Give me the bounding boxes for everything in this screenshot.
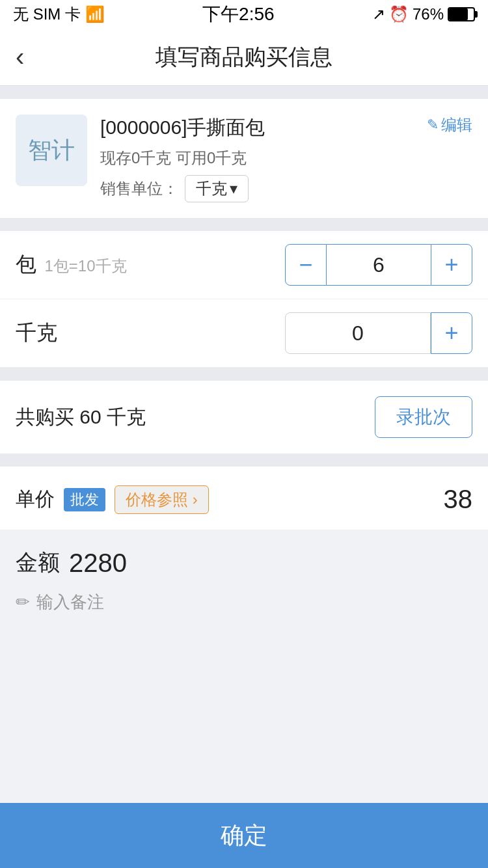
bao-plus-button[interactable]: + — [431, 244, 472, 286]
product-card: 智计 [0000006]手撕面包 现存0千克 可用0千克 销售单位： 千克 ▾ … — [0, 99, 488, 218]
page-title: 填写商品购买信息 — [156, 42, 332, 72]
price-section: 单价 批发 价格参照 › 38 — [0, 467, 488, 530]
amount-label: 金额 — [16, 548, 60, 578]
summary-text: 共购买 60 千克 — [16, 404, 146, 431]
status-bar: 无 SIM 卡 📶 下午2:56 ↗ ⏰ 76% — [0, 0, 488, 29]
edit-label: 编辑 — [441, 115, 472, 135]
chevron-down-icon: ▾ — [230, 180, 237, 198]
amount-value: 2280 — [69, 549, 127, 578]
record-batch-button[interactable]: 录批次 — [375, 396, 472, 438]
battery-icon — [448, 7, 475, 21]
product-thumbnail: 智计 — [16, 115, 87, 186]
price-row: 单价 批发 价格参照 › 38 — [16, 485, 472, 514]
product-info: [0000006]手撕面包 现存0千克 可用0千克 销售单位： 千克 ▾ — [100, 115, 472, 202]
price-ref-button[interactable]: 价格参照 › — [115, 485, 209, 514]
bao-quantity-row: 包 1包=10千克 − + — [0, 231, 488, 299]
edit-icon: ✎ — [427, 116, 439, 133]
summary-row: 共购买 60 千克 录批次 — [0, 381, 488, 454]
bao-hint: 1包=10千克 — [44, 257, 126, 275]
note-row[interactable]: ✏ 输入备注 — [16, 591, 472, 614]
kg-qty-input[interactable] — [285, 312, 431, 354]
sim-label: 无 SIM 卡 📶 — [13, 4, 105, 25]
divider-2 — [0, 218, 488, 231]
bao-minus-button[interactable]: − — [285, 244, 327, 286]
price-value: 38 — [444, 485, 473, 514]
kg-qty-control: + — [285, 312, 472, 354]
edit-button[interactable]: ✎ 编辑 — [427, 115, 472, 135]
status-left: 无 SIM 卡 📶 — [13, 4, 105, 25]
divider-1 — [0, 86, 488, 99]
back-button[interactable]: ‹ — [16, 42, 24, 72]
product-unit-row: 销售单位： 千克 ▾ — [100, 175, 472, 202]
confirm-button[interactable]: 确定 — [0, 803, 488, 868]
location-icon: ↗ — [372, 5, 385, 23]
bao-qty-control: − + — [285, 244, 472, 286]
amount-row: 金额 2280 — [16, 548, 472, 578]
price-label: 单价 — [16, 486, 55, 513]
product-stock: 现存0千克 可用0千克 — [100, 148, 472, 169]
kg-quantity-row: 千克 + — [0, 299, 488, 368]
unit-label: 销售单位： — [100, 178, 178, 199]
unit-select[interactable]: 千克 ▾ — [185, 175, 249, 202]
divider-4 — [0, 454, 488, 467]
product-name: [0000006]手撕面包 — [100, 115, 472, 141]
status-right: ↗ ⏰ 76% — [372, 5, 475, 23]
note-placeholder: 输入备注 — [36, 591, 104, 614]
nav-bar: ‹ 填写商品购买信息 — [0, 29, 488, 86]
product-logo: 智计 — [28, 135, 75, 167]
pencil-icon: ✏ — [16, 592, 30, 612]
battery-label: 76% — [413, 5, 444, 23]
status-time: 下午2:56 — [202, 2, 275, 27]
amount-section: 金额 2280 ✏ 输入备注 — [0, 530, 488, 627]
divider-3 — [0, 368, 488, 381]
kg-label: 千克 — [16, 319, 57, 347]
unit-value: 千克 — [196, 178, 227, 199]
bao-label-group: 包 1包=10千克 — [16, 251, 127, 279]
bao-qty-input[interactable] — [327, 244, 431, 286]
price-tag: 批发 — [64, 488, 105, 511]
bao-label: 包 — [16, 252, 36, 276]
kg-plus-button[interactable]: + — [431, 312, 472, 354]
confirm-label: 确定 — [221, 820, 267, 852]
alarm-icon: ⏰ — [389, 5, 409, 23]
